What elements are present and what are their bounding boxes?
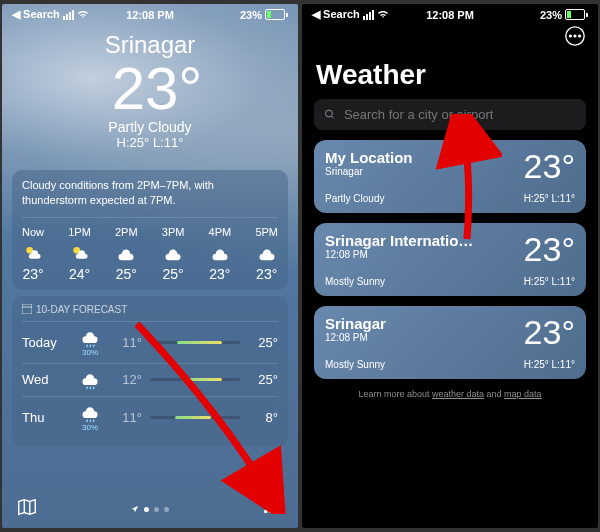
low-temp: 11° — [108, 410, 142, 425]
hour-label: 3PM — [162, 226, 185, 238]
svg-point-22 — [579, 35, 581, 37]
svg-point-21 — [574, 35, 576, 37]
weather-icon: 30% — [72, 328, 108, 357]
cell-signal-icon — [63, 10, 74, 20]
svg-line-24 — [331, 116, 333, 118]
condition-text: Partly Cloudy — [2, 119, 298, 135]
hourly-item: 2PM25° — [115, 226, 138, 282]
location-arrow-icon — [131, 505, 139, 513]
battery-icon — [565, 9, 588, 20]
svg-rect-2 — [22, 304, 32, 314]
hourly-row[interactable]: Now23°1PM24°2PM25°3PM25°4PM23°5PM23° — [22, 217, 278, 282]
current-temp: 23° — [16, 59, 298, 119]
cell-signal-icon — [363, 10, 374, 20]
temp-range-bar — [150, 341, 240, 344]
hourly-panel[interactable]: Cloudy conditions from 2PM–7PM, with thu… — [12, 170, 288, 290]
card-condition: Mostly Sunny — [325, 359, 385, 370]
location-card[interactable]: Srinagar12:08 PM23°Mostly SunnyH:25° L:1… — [314, 306, 586, 379]
card-temp: 23° — [524, 149, 575, 183]
forecast-header: 10-DAY FORECAST — [22, 304, 278, 315]
high-low: H:25° L:11° — [2, 135, 298, 150]
hour-temp: 23° — [209, 266, 230, 282]
svg-point-20 — [570, 35, 572, 37]
low-temp: 12° — [108, 372, 142, 387]
card-name: My Location — [325, 149, 413, 166]
card-hilo: H:25° L:11° — [524, 276, 575, 287]
map-button[interactable] — [16, 496, 38, 522]
map-data-link[interactable]: map data — [504, 389, 542, 399]
location-card[interactable]: My LocationSrinagar23°Partly CloudyH:25°… — [314, 140, 586, 213]
hourly-item: 5PM23° — [255, 226, 278, 282]
card-temp: 23° — [524, 315, 575, 349]
search-icon — [324, 108, 336, 121]
bottom-toolbar — [2, 490, 298, 528]
wifi-icon — [77, 9, 89, 21]
back-label[interactable]: ◀ Search — [12, 8, 60, 21]
weather-detail-screen: ◀ Search 12:08 PM 23% Srinagar 23° Partl… — [2, 4, 298, 528]
weather-icon — [116, 242, 136, 262]
low-temp: 11° — [108, 335, 142, 350]
svg-line-8 — [90, 386, 91, 389]
forecast-row[interactable]: Wed12°25° — [22, 363, 278, 396]
card-condition: Mostly Sunny — [325, 276, 385, 287]
day-label: Today — [22, 335, 72, 350]
status-time: 12:08 PM — [126, 9, 174, 21]
day-label: Thu — [22, 410, 72, 425]
svg-line-5 — [90, 344, 91, 347]
back-label[interactable]: ◀ Search — [312, 8, 360, 21]
high-temp: 8° — [248, 410, 278, 425]
svg-line-9 — [93, 386, 94, 389]
current-conditions: Srinagar 23° Partly Cloudy H:25° L:11° — [2, 21, 298, 164]
hour-label: 2PM — [115, 226, 138, 238]
search-input[interactable] — [342, 106, 576, 123]
weather-icon — [23, 242, 43, 262]
svg-line-6 — [93, 344, 94, 347]
card-hilo: H:25° L:11° — [524, 359, 575, 370]
page-dots[interactable] — [131, 505, 169, 513]
battery-icon — [265, 9, 288, 20]
svg-line-10 — [87, 419, 88, 422]
svg-line-4 — [87, 344, 88, 347]
summary-text: Cloudy conditions from 2PM–7PM, with thu… — [22, 178, 278, 209]
footer-text: Learn more about weather data and map da… — [302, 389, 598, 399]
svg-point-23 — [325, 110, 332, 117]
more-button[interactable] — [564, 25, 586, 51]
svg-point-17 — [265, 506, 267, 508]
hourly-item: 4PM23° — [209, 226, 232, 282]
weather-icon: 30% — [72, 403, 108, 432]
forecast-panel[interactable]: 10-DAY FORECAST Today30%11°25°Wed12°25°T… — [12, 296, 288, 446]
forecast-row[interactable]: Today30%11°25° — [22, 321, 278, 363]
weather-icon — [257, 242, 277, 262]
forecast-row[interactable]: Thu30%11°8° — [22, 396, 278, 438]
day-label: Wed — [22, 372, 72, 387]
hour-label: 1PM — [68, 226, 91, 238]
weather-icon — [70, 242, 90, 262]
weather-data-link[interactable]: weather data — [432, 389, 484, 399]
svg-point-18 — [265, 511, 267, 513]
list-button[interactable] — [262, 496, 284, 522]
hour-temp: 23° — [256, 266, 277, 282]
svg-line-11 — [90, 419, 91, 422]
hourly-item: 3PM25° — [162, 226, 185, 282]
temp-range-bar — [150, 378, 240, 381]
hour-label: Now — [22, 226, 44, 238]
svg-line-7 — [87, 386, 88, 389]
card-sub: Srinagar — [325, 166, 413, 177]
hour-temp: 23° — [22, 266, 43, 282]
card-condition: Partly Cloudy — [325, 193, 384, 204]
hourly-item: Now23° — [22, 226, 44, 282]
battery-pct: 23% — [240, 9, 262, 21]
svg-point-16 — [265, 502, 267, 504]
hour-temp: 25° — [163, 266, 184, 282]
card-name: Srinagar — [325, 315, 386, 332]
high-temp: 25° — [248, 372, 278, 387]
search-field[interactable] — [314, 99, 586, 130]
card-sub: 12:08 PM — [325, 249, 473, 260]
hour-temp: 24° — [69, 266, 90, 282]
temp-range-bar — [150, 416, 240, 419]
location-card[interactable]: Srinagar Internatio…12:08 PM23°Mostly Su… — [314, 223, 586, 296]
card-temp: 23° — [524, 232, 575, 266]
status-bar: ◀ Search 12:08 PM 23% — [2, 4, 298, 21]
weather-icon — [163, 242, 183, 262]
card-hilo: H:25° L:11° — [524, 193, 575, 204]
